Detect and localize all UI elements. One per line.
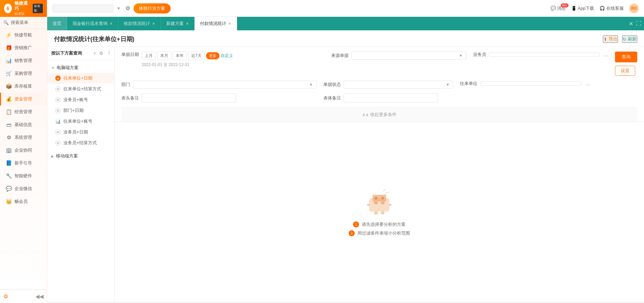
sidebar-item-member[interactable]: 👑 畅会员	[0, 195, 47, 208]
hardware-icon: 🔧	[6, 173, 12, 179]
dept-filter: 部门 ▼	[121, 81, 317, 89]
search-icon: 🔍	[3, 20, 9, 25]
address-bar[interactable]	[53, 4, 113, 12]
search-menu[interactable]: 🔍 搜索菜单	[0, 17, 47, 29]
note-header-input[interactable]	[142, 93, 236, 102]
sidebar-item-basic[interactable]: 🗃 基础信息	[0, 118, 47, 131]
tab-close-collection-stat[interactable]: ✕	[152, 22, 155, 26]
date-btn-more[interactable]: 更多	[206, 52, 219, 59]
sidebar-item-enterprise[interactable]: 🏢 企业协同	[0, 144, 47, 157]
tab-new-scheme[interactable]: 新建方案 ✕	[161, 17, 195, 30]
trial-btn[interactable]: 体验行业方案	[134, 3, 171, 13]
app-download-btn[interactable]: 📱 App下载	[571, 5, 594, 11]
tab-collection-stat[interactable]: 收款情况统计 ✕	[118, 17, 161, 30]
note-header-filter: 表头备注	[121, 93, 317, 102]
filter-collapse-bar: ∧∧ 收起更多条件	[121, 107, 637, 122]
mobile-group-header[interactable]: ▶ 移动端方案	[47, 151, 114, 161]
dept-select[interactable]: ▼	[133, 81, 317, 89]
setting-btn[interactable]: 设置	[615, 66, 635, 76]
query-btn[interactable]: 查询	[615, 52, 637, 62]
scheme-item-unit-settlement[interactable]: ⊞ 往来单位+结算方式	[47, 84, 114, 94]
scheme-grid-icon: ⊞	[55, 86, 61, 92]
sidebar: 6 畅捷通巧 标准版 标准版 🔍 搜索菜单 ⚡ 快捷导航 🎁 营销推广 📊 销售…	[0, 0, 47, 303]
tab-home[interactable]: 首页	[47, 17, 67, 30]
sidebar-item-hardware[interactable]: 🔧 智能硬件	[0, 170, 47, 182]
order-status-select[interactable]: ▼	[344, 81, 453, 89]
sidebar-item-guide[interactable]: 📘 新手引导	[0, 157, 47, 170]
scheme-item-staff-date[interactable]: ⊞ 业务员+日期	[47, 127, 114, 138]
scheme-item-staff-account[interactable]: ⊞ 业务员+账号	[47, 94, 114, 105]
svg-point-3	[381, 197, 384, 200]
order-status-filter: 单据状态 ▼	[323, 81, 453, 89]
sidebar-item-purchase[interactable]: 🛒 采购管理	[0, 67, 47, 80]
staff-select[interactable]	[489, 53, 600, 57]
collapse-panel-icon[interactable]: 《	[106, 50, 110, 56]
tab-close-all-icon[interactable]: ✕	[629, 21, 633, 27]
refresh-icon: ↻	[623, 37, 626, 42]
collapse-sidebar-icon[interactable]: ◀◀	[35, 293, 43, 300]
address-chevron-icon[interactable]: ▼	[117, 6, 121, 11]
date-custom-btn[interactable]: 自定义	[221, 53, 233, 59]
svg-rect-8	[374, 212, 378, 214]
sidebar-item-capital[interactable]: 💰 资金管理	[0, 93, 47, 105]
scheme-active-icon: ●	[55, 75, 61, 81]
tab-bank-flow[interactable]: 现金银行流水查询 ✕	[67, 17, 118, 30]
svg-rect-5	[381, 202, 384, 204]
scheme-grid4-icon: ⊞	[55, 129, 61, 135]
sidebar-item-wechat[interactable]: 💬 企业微信	[0, 182, 47, 195]
scheme-item-dept-date[interactable]: ⊞ 部门+日期	[47, 105, 114, 116]
scheme-item-unit-date[interactable]: ● 往来单位+日期	[47, 73, 114, 84]
counterpart-select[interactable]	[480, 82, 581, 86]
source-filter: 来源单据 ▼	[331, 52, 466, 60]
tab-close-new-scheme[interactable]: ✕	[186, 22, 189, 26]
tab-payment-stat[interactable]: 付款情况统计 ✕	[195, 17, 237, 30]
tab-close-bank-flow[interactable]: ✕	[110, 22, 113, 26]
scheme-settings-icon[interactable]: ⚙	[99, 51, 104, 56]
messages-btn[interactable]: 💬 消息 99+	[551, 5, 566, 11]
refresh-btn[interactable]: ↻ 刷新	[622, 35, 637, 43]
staff-dots[interactable]: ...	[604, 52, 608, 58]
tip-num-2: 2	[349, 230, 355, 236]
topnav-gear-icon[interactable]: ⚙	[125, 5, 130, 11]
online-service-btn[interactable]: 🎧 在线客服	[599, 5, 624, 11]
date-btn-this-month[interactable]: 本月	[157, 52, 171, 60]
sidebar-item-operation[interactable]: 📋 经营管理	[0, 105, 47, 118]
marketing-icon: 🎁	[6, 45, 12, 51]
add-scheme-icon[interactable]: ＋	[92, 50, 97, 56]
collapse-up-icon: ∧∧	[362, 112, 369, 117]
enterprise-icon: 🏢	[6, 147, 12, 153]
user-avatar[interactable]: Rit	[629, 4, 639, 13]
page-actions: ⬆ 导出 ↻ 刷新	[603, 35, 637, 43]
tab-close-payment-stat[interactable]: ✕	[228, 22, 231, 26]
sidebar-item-system[interactable]: ⚙ 系统管理	[0, 131, 47, 144]
member-icon: 👑	[6, 199, 12, 205]
headset-icon: 🎧	[599, 6, 605, 11]
export-btn[interactable]: ⬆ 导出	[603, 35, 618, 43]
sidebar-item-marketing[interactable]: 🎁 营销推广	[0, 41, 47, 54]
tab-maximize-icon[interactable]: ⛶	[636, 21, 641, 27]
system-icon: ⚙	[6, 134, 12, 141]
date-btn-7days[interactable]: 近7天	[188, 52, 205, 60]
desktop-group-header[interactable]: ▼ 电脑端方案	[47, 63, 114, 73]
sidebar-item-inventory[interactable]: 📦 库存核算	[0, 80, 47, 93]
scheme-item-unit-account[interactable]: 📊 往来单位+账号	[47, 116, 114, 127]
counterpart-filter: 往来单位 ...	[460, 81, 590, 87]
scheme-item-staff-settlement[interactable]: ⊞ 业务员+结算方式	[47, 138, 114, 148]
status-chevron-icon: ▼	[446, 83, 449, 87]
collapse-btn[interactable]: ∧∧ 收起更多条件	[362, 110, 397, 120]
date-btn-last-month[interactable]: 上月	[142, 52, 156, 60]
guide-icon: 📘	[6, 160, 12, 166]
body-area: 按以下方案查询 ＋ ⚙ 《 ▼ 电脑端方案 ● 往来单位+日期	[47, 47, 644, 302]
sidebar-item-quick-nav[interactable]: ⚡ 快捷导航	[0, 29, 47, 41]
note-body-input[interactable]	[344, 93, 438, 102]
date-btn-this-year[interactable]: 本年	[173, 52, 187, 60]
source-select[interactable]: ▼	[351, 52, 466, 60]
settings-icon[interactable]: ⚙	[3, 293, 8, 300]
tabbar: 首页 现金银行流水查询 ✕ 收款情况统计 ✕ 新建方案 ✕ 付款情况统计 ✕ ✕…	[47, 17, 644, 30]
counterpart-dots[interactable]: ...	[586, 81, 590, 87]
main-content: 付款情况统计(往来单位+日期) ⬆ 导出 ↻ 刷新 按以下方案查询 ＋ ⚙ 《	[47, 30, 644, 303]
logo-icon: 6	[4, 4, 12, 13]
quick-nav-icon: ⚡	[6, 32, 12, 38]
sidebar-item-sales[interactable]: 📊 销售管理	[0, 54, 47, 67]
svg-line-12	[384, 194, 387, 195]
